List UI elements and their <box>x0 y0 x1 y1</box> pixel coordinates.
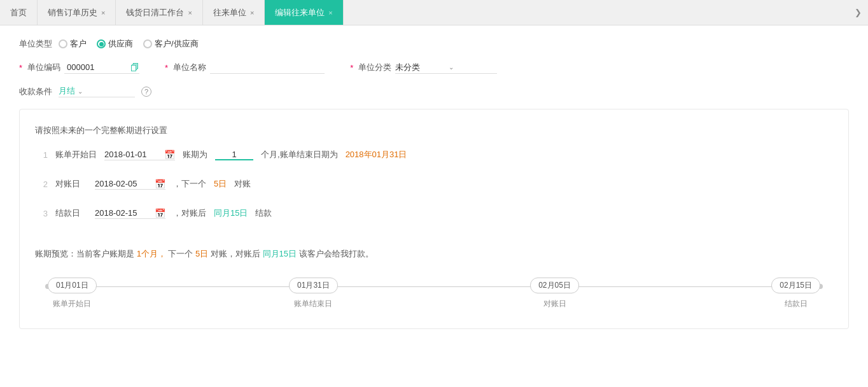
timeline-label-1: 账单开始日 <box>53 299 91 309</box>
unit-type-label: 单位类型 <box>19 38 52 50</box>
tab-home[interactable]: 首页 <box>0 0 38 25</box>
timeline-container: 01月01日 账单开始日 01月31日 账单结束日 02月05日 对账日 <box>35 278 833 309</box>
pay-desc-highlight: 同月15日 <box>214 208 248 219</box>
tab-sales-history-close[interactable]: × <box>101 9 105 17</box>
start-date-wrap: 📅 <box>104 150 175 160</box>
timeline-point-3: 02月05日 对账日 <box>530 278 579 309</box>
category-select[interactable]: 未分类 ⌄ <box>395 62 497 74</box>
tab-edit-counterpart-close[interactable]: × <box>328 9 332 17</box>
recon-date-cal-icon[interactable]: 📅 <box>155 179 165 189</box>
radio-customer-circle <box>59 39 67 48</box>
preview-part2-suffix: 对账，对账后 <box>211 249 260 258</box>
tab-cash-work[interactable]: 钱货日清工作台 × <box>116 0 202 25</box>
row-type-3: 结款日 <box>55 208 87 219</box>
start-date-cal-icon[interactable]: 📅 <box>164 150 175 160</box>
payment-row: 收款条件 月结 ⌄ ? <box>19 85 849 97</box>
code-input[interactable] <box>64 61 128 73</box>
preview-part3-suffix: 该客户会给我打款。 <box>299 249 374 258</box>
payment-chevron-icon: ⌄ <box>78 88 83 95</box>
pay-date-wrap: 📅 <box>95 208 165 219</box>
tabs-bar: 首页 销售订单历史 × 钱货日清工作台 × 往来单位 × 编辑往来单位 × ❯ <box>0 0 868 25</box>
row-num-2: 2 <box>35 179 48 189</box>
tab-sales-history[interactable]: 销售订单历史 × <box>38 0 116 25</box>
code-copy-icon[interactable]: 🗍 <box>130 62 139 73</box>
radio-supplier-inner <box>99 42 104 46</box>
timeline-node-3: 02月05日 <box>530 278 579 293</box>
fields-row: * 单位编码 🗍 * 单位名称 河南供应商22 * 单位分类 未分类 ⌄ <box>19 61 849 74</box>
timeline-node-1: 01月01日 <box>48 278 97 293</box>
timeline-point-2: 01月31日 账单结束日 <box>289 278 338 309</box>
name-field-group: * 单位名称 河南供应商22 <box>165 61 325 74</box>
tab-sales-history-label: 销售订单历史 <box>48 7 97 18</box>
code-field-group: * 单位编码 🗍 <box>19 61 139 74</box>
timeline-label-4: 结款日 <box>785 299 808 309</box>
name-label: 单位名称 <box>173 62 206 73</box>
radio-both-circle <box>143 39 152 48</box>
recon-desc-prefix: ，下一个 <box>173 178 206 190</box>
tab-expand-button[interactable]: ❯ <box>848 0 868 25</box>
row-num-3: 3 <box>35 209 48 218</box>
period-label: 账期为 <box>183 149 207 160</box>
timeline-points: 01月01日 账单开始日 01月31日 账单结束日 02月05日 对账日 <box>48 278 820 309</box>
category-required: * <box>350 63 353 73</box>
radio-group: 客户 供应商 客户/供应商 <box>59 38 199 50</box>
tab-cash-work-close[interactable]: × <box>188 9 192 17</box>
period-unit: 个月,账单结束日期为 <box>261 149 338 160</box>
settings-box: 请按照未来的一个完整帐期进行设置 1 账单开始日 📅 账期为 个月,账单结束日期… <box>19 109 849 329</box>
category-value: 未分类 <box>395 62 446 73</box>
preview-part2-prefix: 下一个 <box>168 249 193 258</box>
name-required: * <box>165 63 168 73</box>
radio-customer[interactable]: 客户 <box>59 38 87 50</box>
row-type-1: 账单开始日 <box>55 149 97 160</box>
payment-value: 月结 <box>59 85 75 97</box>
preview-part1: 1个月， <box>137 249 166 258</box>
timeline-label-2: 账单结束日 <box>294 299 332 309</box>
timeline-node-2: 01月31日 <box>289 278 338 293</box>
timeline-point-4: 02月15日 结款日 <box>771 278 820 309</box>
preview-part3-highlight: 同月15日 <box>263 249 297 258</box>
recon-desc-suffix: 对账 <box>234 178 251 190</box>
tab-home-label: 首页 <box>10 7 27 18</box>
preview-text: 账期预览：当前客户账期是 1个月， 下一个 5日 对账，对账后 同月15日 该客… <box>35 248 833 260</box>
pay-date-cal-icon[interactable]: 📅 <box>155 208 165 218</box>
setting-row-2: 2 对账日 📅 ，下一个 5日 对账 <box>35 178 833 190</box>
name-input[interactable]: 河南供应商22 <box>210 61 325 74</box>
tab-edit-counterpart-label: 编辑往来单位 <box>275 7 325 18</box>
payment-select[interactable]: 月结 ⌄ <box>59 85 135 97</box>
category-chevron-icon: ⌄ <box>449 64 454 71</box>
settings-title: 请按照未来的一个完整帐期进行设置 <box>35 125 833 136</box>
radio-both-label: 客户/供应商 <box>155 38 199 50</box>
setting-row-3: 3 结款日 📅 ，对账后 同月15日 结款 <box>35 208 833 219</box>
period-input[interactable] <box>215 150 253 160</box>
tab-cash-work-label: 钱货日清工作台 <box>126 7 184 18</box>
category-label: 单位分类 <box>358 62 391 73</box>
pay-desc-prefix: ，对账后 <box>173 208 206 219</box>
tab-counterpart-close[interactable]: × <box>250 9 254 17</box>
radio-supplier[interactable]: 供应商 <box>97 38 133 50</box>
payment-label: 收款条件 <box>19 86 52 97</box>
timeline-node-4: 02月15日 <box>771 278 820 293</box>
tab-counterpart-label: 往来单位 <box>213 7 246 18</box>
radio-customer-label: 客户 <box>70 38 87 50</box>
preview-section: 账期预览：当前客户账期是 1个月， 下一个 5日 对账，对账后 同月15日 该客… <box>35 237 833 309</box>
pay-date-input[interactable] <box>95 208 152 218</box>
payment-help-icon[interactable]: ? <box>141 87 151 97</box>
timeline-label-3: 对账日 <box>543 299 566 309</box>
radio-supplier-circle <box>97 39 106 48</box>
recon-date-input[interactable] <box>95 179 152 188</box>
page-content: 单位类型 客户 供应商 客户/供应商 * 单位编码 <box>0 25 868 387</box>
start-date-input[interactable] <box>104 150 162 159</box>
preview-part2-highlight: 5日 <box>195 249 208 258</box>
tab-counterpart[interactable]: 往来单位 × <box>203 0 265 25</box>
recon-desc-highlight: 5日 <box>214 178 227 190</box>
row-type-2: 对账日 <box>55 178 87 190</box>
pay-desc-suffix: 结款 <box>255 208 272 219</box>
category-field-group: * 单位分类 未分类 ⌄ <box>350 62 497 74</box>
row-num-1: 1 <box>35 150 48 160</box>
tab-edit-counterpart[interactable]: 编辑往来单位 × <box>265 0 343 25</box>
preview-label: 账期预览：当前客户账期是 <box>35 249 134 258</box>
code-input-wrap: 🗍 <box>64 61 139 74</box>
period-end: 2018年01月31日 <box>346 149 407 160</box>
radio-both[interactable]: 客户/供应商 <box>143 38 199 50</box>
code-label: 单位编码 <box>27 62 60 73</box>
